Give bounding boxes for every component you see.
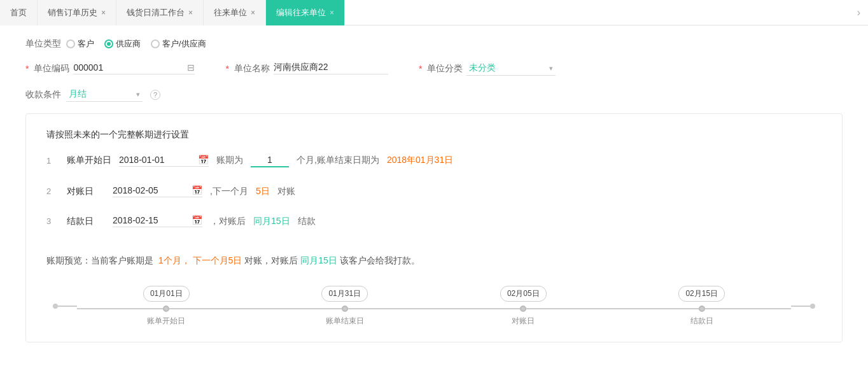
bill-end-date-highlight: 2018年01月31日 [387, 155, 453, 166]
timeline-label-3: 对账日 [512, 316, 535, 327]
reconcile-desc-after: 对账 [277, 186, 295, 197]
radio-both[interactable]: 客户/供应商 [151, 38, 206, 50]
tab-cash-label: 钱货日清工作台 [127, 7, 185, 18]
preview-months: 1个月， [158, 255, 190, 265]
timeline-row-4 [613, 306, 792, 312]
payment-terms-select[interactable]: 月结 ▾ [66, 87, 143, 102]
unit-code-field: * 单位编码 ⊟ [25, 62, 195, 74]
timeline-label-4: 结款日 [690, 316, 713, 327]
radio-both-circle [151, 39, 160, 48]
timeline-left-cap [53, 304, 77, 327]
timeline-wrapper: 01月01日 账单开始日 01月31日 [46, 286, 822, 327]
bill-row-1: 1 账单开始日 📅 账期为 个月,账单结束日期为 2018年01月31日 [46, 153, 822, 167]
row-label-1: 账单开始日 [67, 155, 111, 166]
unit-category-field: * 单位分类 未分类 ▾ [419, 61, 556, 76]
reconcile-date-calendar-icon[interactable]: 📅 [192, 185, 202, 195]
tab-cash-close-icon[interactable]: × [188, 8, 193, 17]
payment-terms-help-icon[interactable]: ? [150, 90, 160, 100]
unit-name-input[interactable] [274, 62, 388, 73]
unit-category-chevron-icon: ▾ [549, 64, 553, 73]
timeline-line-left-1 [77, 308, 163, 309]
unit-code-input[interactable] [73, 62, 185, 73]
payment-date-calendar-icon[interactable]: 📅 [192, 215, 202, 225]
preview-label: 账期预览：当前客户账期是 [46, 255, 153, 265]
timeline-line-left-2 [256, 308, 342, 309]
payment-terms-value: 月结 [69, 88, 132, 100]
tab-sales-order-history[interactable]: 销售订单历史 × [38, 0, 116, 25]
preview-end-text: 该客户会给我打款。 [340, 255, 420, 265]
preview-section: 账期预览：当前客户账期是 1个月， 下一个月5日 对账，对账后 同月15日 该客… [46, 245, 822, 267]
timeline-dot-2 [342, 306, 348, 312]
timeline-row-3 [434, 306, 613, 312]
tab-home[interactable]: 首页 [0, 0, 38, 25]
timeline-start-line [58, 306, 77, 307]
tab-edit-partner-label: 编辑往来单位 [276, 7, 326, 18]
unit-info-row: * 单位编码 ⊟ * 单位名称 * 单位分类 未分类 ▾ [25, 61, 843, 76]
payment-terms-row: 收款条件 月结 ▾ ? [25, 87, 843, 102]
start-date-calendar-icon[interactable]: 📅 [198, 155, 209, 165]
bill-row-2: 2 对账日 📅 ,下一个月 5日 对账 [46, 185, 822, 197]
unit-category-select[interactable]: 未分类 ▾ [466, 61, 556, 76]
radio-both-label: 客户/供应商 [162, 38, 206, 50]
payment-desc-after: 结款 [298, 216, 316, 227]
timeline-line-left-4 [613, 308, 699, 309]
period-months-input[interactable] [251, 153, 289, 167]
timeline-bubble-3: 02月05日 [500, 286, 547, 302]
bill-row-3: 3 结款日 📅 ，对账后 同月15日 结款 [46, 215, 822, 227]
tab-edit-partner[interactable]: 编辑往来单位 × [266, 0, 345, 25]
timeline-row-2 [256, 306, 435, 312]
preview-payment-day: 同月15日 [300, 255, 337, 265]
timeline-node-1: 01月01日 账单开始日 [77, 286, 256, 327]
timeline-node-2: 01月31日 账单结束日 [256, 286, 435, 327]
bill-period-section: 请按照未来的一个完整帐期进行设置 1 账单开始日 📅 账期为 个月,账单结束日期… [25, 113, 843, 342]
period-label: 账期为 [216, 155, 243, 166]
timeline-line-right-3 [526, 308, 612, 309]
unit-code-copy-icon[interactable]: ⊟ [187, 62, 195, 73]
unit-type-label: 单位类型 [25, 38, 61, 50]
unit-code-label: 单位编码 [34, 63, 69, 74]
timeline-dot-4 [699, 306, 705, 312]
timeline-node-4: 02月15日 结款日 [613, 286, 792, 327]
reconcile-date-input[interactable] [113, 185, 189, 195]
timeline-bubble-4: 02月15日 [678, 286, 725, 302]
radio-customer[interactable]: 客户 [66, 38, 94, 50]
timeline-node-3: 02月05日 对账日 [434, 286, 613, 327]
payment-terms-label: 收款条件 [25, 89, 61, 101]
tab-edit-partner-close-icon[interactable]: × [330, 8, 334, 17]
tabs-scroll-right-icon[interactable]: › [850, 7, 868, 18]
timeline-label-1: 账单开始日 [147, 316, 185, 327]
payment-terms-chevron-icon: ▾ [136, 90, 140, 99]
unit-type-radio-group: 客户 供应商 客户/供应商 [66, 38, 206, 50]
start-date-input[interactable] [119, 155, 195, 165]
radio-supplier[interactable]: 供应商 [104, 38, 141, 50]
tab-partner-unit[interactable]: 往来单位 × [204, 0, 266, 25]
tab-cash-work[interactable]: 钱货日清工作台 × [116, 0, 204, 25]
timeline-bubble-2: 01月31日 [321, 286, 368, 302]
row-num-1: 1 [46, 156, 59, 165]
timeline-inner: 01月01日 账单开始日 01月31日 [53, 286, 815, 327]
tab-partner-close-icon[interactable]: × [251, 8, 255, 17]
timeline-dot-1 [163, 306, 169, 312]
reconcile-date-input-wrapper: 📅 [113, 185, 202, 197]
radio-supplier-circle [104, 39, 113, 48]
unit-category-required: * [419, 64, 422, 74]
unit-category-label: 单位分类 [427, 63, 463, 74]
timeline-end-dot [810, 304, 815, 309]
timeline-bubble-1: 01月01日 [143, 286, 190, 302]
radio-customer-circle [66, 39, 75, 48]
preview-reconcile-day: 下一个月5日 [193, 255, 242, 265]
timeline-row-1 [77, 306, 256, 312]
timeline-line-left-3 [434, 308, 520, 309]
payment-date-input-wrapper: 📅 [113, 215, 202, 227]
payment-date-input[interactable] [113, 215, 189, 225]
preview-reconcile-text: 对账，对账后 [244, 255, 298, 265]
tab-sales-close-icon[interactable]: × [101, 8, 106, 17]
main-content: 单位类型 客户 供应商 客户/供应商 * 单位编码 ⊟ [0, 25, 868, 387]
row-num-2: 2 [46, 186, 59, 196]
timeline-start-dot [53, 304, 58, 309]
tab-home-label: 首页 [10, 7, 27, 18]
timeline-line-right-4 [705, 308, 791, 309]
payment-day-highlight: 同月15日 [253, 216, 290, 227]
radio-customer-label: 客户 [78, 38, 94, 50]
tabs-bar: 首页 销售订单历史 × 钱货日清工作台 × 往来单位 × 编辑往来单位 × › [0, 0, 868, 25]
